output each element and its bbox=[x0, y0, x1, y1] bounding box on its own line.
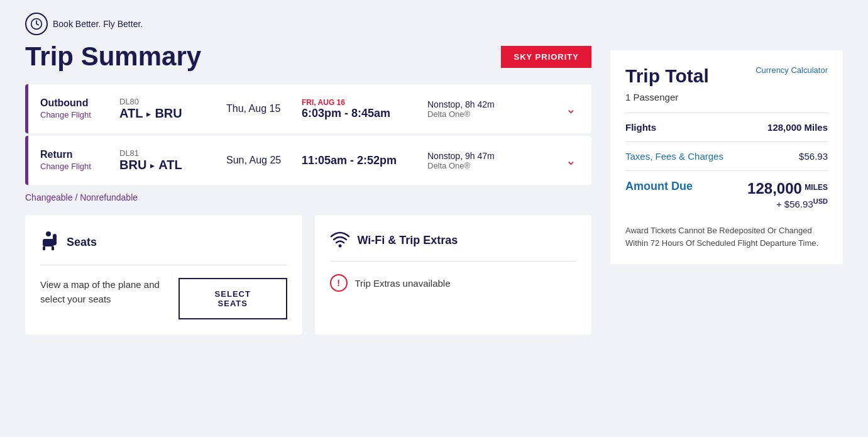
outbound-route: ATL ▸ BRU bbox=[119, 106, 214, 121]
warning-icon: ! bbox=[330, 274, 348, 292]
return-flight-card: Return Change Flight DL81 BRU ▸ ATL Sun,… bbox=[25, 136, 591, 185]
outbound-times: 6:03pm - 8:45am bbox=[302, 107, 415, 120]
sky-priority-badge: SKY PRIORITY bbox=[501, 46, 591, 68]
outbound-flight-card: Outbound Change Flight DL80 ATL ▸ BRU Th… bbox=[25, 84, 591, 133]
return-expand-icon[interactable]: ⌄ bbox=[566, 153, 576, 168]
taxes-value: $56.93 bbox=[799, 151, 828, 162]
return-times: 11:05am - 2:52pm bbox=[302, 154, 415, 167]
wifi-card-title: Wi-Fi & Trip Extras bbox=[358, 234, 458, 247]
seats-card-title: Seats bbox=[67, 236, 97, 249]
trip-total-title: Trip Total bbox=[625, 65, 709, 87]
amount-due-label: Amount Due bbox=[625, 180, 693, 193]
wifi-card-header: Wi-Fi & Trip Extras bbox=[330, 230, 577, 262]
outbound-flight-number: DL80 bbox=[119, 97, 214, 106]
logo-text: Book Better. Fly Better. bbox=[53, 19, 143, 29]
return-date: Sun, Aug 25 bbox=[226, 155, 302, 166]
seats-description: View a map of the plane and select your … bbox=[40, 278, 166, 306]
currency-calculator-link[interactable]: Currency Calculator bbox=[755, 65, 828, 75]
flights-value: 128,000 Miles bbox=[767, 122, 828, 133]
svg-point-6 bbox=[338, 245, 341, 248]
return-flight-number: DL81 bbox=[119, 148, 214, 158]
seats-card-header: Seats bbox=[40, 230, 287, 265]
return-nonstop: Nonstop, 9h 47m bbox=[427, 151, 566, 161]
outbound-change-flight-link[interactable]: Change Flight bbox=[40, 110, 91, 119]
logo-icon bbox=[25, 13, 48, 35]
amount-usd-unit: USD bbox=[813, 197, 828, 205]
trip-extras-text: Trip Extras unavailable bbox=[355, 278, 451, 289]
svg-rect-4 bbox=[53, 234, 57, 245]
flights-cost-row: Flights 128,000 Miles bbox=[625, 113, 828, 141]
amount-miles: 128,000 bbox=[747, 180, 802, 197]
amount-due-value: 128,000 MILES + $56.93USD bbox=[747, 180, 828, 209]
amount-miles-unit: MILES bbox=[805, 183, 828, 192]
svg-rect-3 bbox=[52, 246, 54, 250]
wifi-card: Wi-Fi & Trip Extras ! Trip Extras unavai… bbox=[315, 215, 592, 335]
taxes-label: Taxes, Fees & Charges bbox=[625, 151, 723, 162]
return-label: Return bbox=[40, 149, 109, 160]
logo-bold: Book Better. bbox=[53, 19, 101, 29]
page-title: Trip Summary bbox=[25, 41, 201, 72]
outbound-times-date: FRI, AUG 16 bbox=[302, 98, 415, 107]
amount-miles-display: 128,000 MILES bbox=[747, 180, 828, 197]
outbound-direction: Outbound Change Flight bbox=[40, 97, 109, 120]
return-route: BRU ▸ ATL bbox=[119, 158, 214, 172]
return-cabin: Delta One® bbox=[427, 161, 566, 170]
trip-total-card: Trip Total Currency Calculator 1 Passeng… bbox=[610, 50, 843, 264]
wifi-icon bbox=[330, 230, 350, 251]
amount-usd: 56.93 bbox=[789, 199, 813, 209]
outbound-label: Outbound bbox=[40, 97, 109, 109]
trip-extras-unavailable: ! Trip Extras unavailable bbox=[330, 274, 451, 292]
logo-bar: Book Better. Fly Better. bbox=[25, 13, 591, 35]
sidebar: Trip Total Currency Calculator 1 Passeng… bbox=[610, 13, 843, 335]
seats-card: Seats View a map of the plane and select… bbox=[25, 215, 302, 335]
passenger-count: 1 Passenger bbox=[625, 92, 828, 102]
logo-normal: Fly Better. bbox=[101, 19, 143, 29]
return-change-flight-link[interactable]: Change Flight bbox=[40, 162, 91, 171]
amount-due-row: Amount Due 128,000 MILES + $56.93USD bbox=[625, 170, 828, 218]
flights-label: Flights bbox=[625, 122, 656, 133]
trip-total-header: Trip Total Currency Calculator bbox=[625, 65, 828, 87]
svg-rect-1 bbox=[43, 239, 54, 246]
outbound-times-block: FRI, AUG 16 6:03pm - 8:45am bbox=[302, 98, 415, 120]
page-header: Trip Summary SKY PRIORITY bbox=[25, 41, 591, 72]
amount-usd-display: + $56.93USD bbox=[747, 197, 828, 209]
svg-point-5 bbox=[46, 231, 51, 236]
bottom-cards: Seats View a map of the plane and select… bbox=[25, 215, 591, 335]
seats-card-body: View a map of the plane and select your … bbox=[40, 278, 287, 319]
wifi-card-body: ! Trip Extras unavailable bbox=[330, 274, 577, 292]
outbound-details: Nonstop, 8h 42m Delta One® bbox=[415, 99, 566, 119]
outbound-expand-icon[interactable]: ⌄ bbox=[566, 101, 576, 116]
amount-plus: + $ bbox=[776, 199, 789, 209]
outbound-cabin: Delta One® bbox=[427, 109, 566, 119]
outbound-date: Thu, Aug 15 bbox=[226, 103, 302, 114]
seat-icon bbox=[40, 230, 59, 255]
svg-rect-2 bbox=[43, 246, 45, 250]
taxes-cost-row: Taxes, Fees & Charges $56.93 bbox=[625, 141, 828, 170]
return-times-block: 11:05am - 2:52pm bbox=[302, 154, 415, 167]
outbound-nonstop: Nonstop, 8h 42m bbox=[427, 99, 566, 109]
select-seats-button[interactable]: SELECT SEATS bbox=[179, 278, 287, 319]
award-notice: Award Tickets Cannot Be Redeposited Or C… bbox=[625, 224, 828, 249]
changeable-note[interactable]: Changeable / Nonrefundable bbox=[25, 192, 591, 202]
return-details: Nonstop, 9h 47m Delta One® bbox=[415, 151, 566, 170]
return-direction: Return Change Flight bbox=[40, 149, 109, 172]
